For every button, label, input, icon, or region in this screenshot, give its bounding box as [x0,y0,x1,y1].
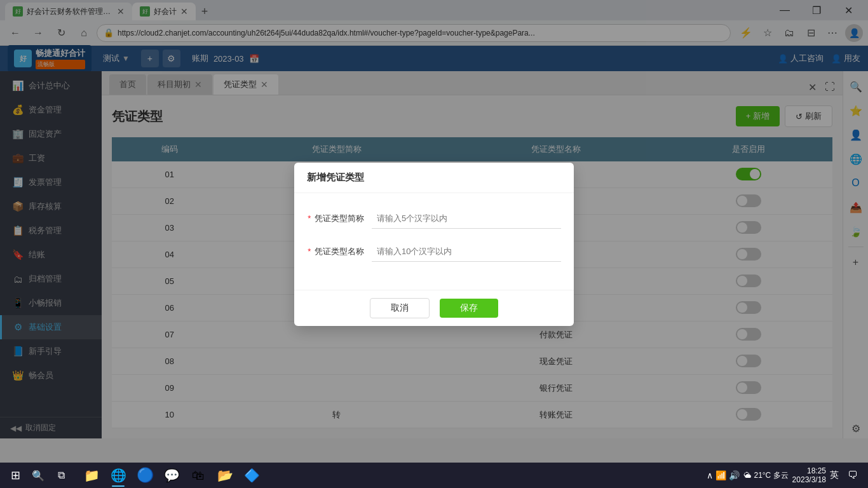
taskbar-search-button[interactable]: 🔍 [28,465,48,485]
form-row-short: * 凭证类型简称 [307,208,561,229]
required-star: * [308,214,311,223]
modal-body: * 凭证类型简称 * 凭证类型名称 [294,193,574,290]
taskbar-network-icon[interactable]: 📶 [715,470,726,480]
taskbar-app-edge[interactable]: 🌐 [105,463,131,488]
notification-button[interactable]: 🗨 [843,465,863,485]
short-label: * 凭证类型简称 [307,213,364,224]
taskbar-app-store[interactable]: 🛍 [186,463,211,488]
weather-icon: 🌥 [743,471,751,480]
taskbar-app-chrome[interactable]: 🔵 [132,463,158,488]
taskbar-app-files[interactable]: 📂 [212,463,238,488]
taskbar-volume-icon[interactable]: 🔊 [729,470,740,480]
weather-text: 21°C 多云 [754,470,788,481]
cancel-button[interactable]: 取消 [370,298,430,318]
modal-header: 新增凭证类型 [294,163,574,193]
name-label: * 凭证类型名称 [307,246,364,257]
modal-overlay: 新增凭证类型 * 凭证类型简称 * 凭证类型名称 取消 保存 [0,0,868,488]
new-voucher-type-modal: 新增凭证类型 * 凭证类型简称 * 凭证类型名称 取消 保存 [294,163,574,326]
taskbar-time[interactable]: 18:25 2023/3/18 [792,466,826,484]
date-value: 2023/3/18 [792,475,826,484]
short-input[interactable] [372,208,561,229]
modal-footer: 取消 保存 [294,290,574,326]
name-input[interactable] [372,241,561,262]
time-value: 18:25 [807,466,826,475]
taskbar-right: ∧ 📶 🔊 🌥 21°C 多云 18:25 2023/3/18 英 🗨 [707,465,863,485]
start-button[interactable]: ⊞ [5,465,25,485]
form-row-name: * 凭证类型名称 [307,241,561,262]
required-star-2: * [308,247,311,256]
task-view-button[interactable]: ⧉ [51,465,71,485]
save-button[interactable]: 保存 [440,299,498,318]
taskbar-app-wechat[interactable]: 💬 [159,463,184,488]
taskbar-app-edge2[interactable]: 🔷 [239,463,264,488]
modal-title: 新增凭证类型 [307,172,364,184]
taskbar-app-explorer[interactable]: 📁 [79,463,104,488]
taskbar-weather: 🌥 21°C 多云 [743,470,788,481]
taskbar-lang[interactable]: 英 [830,470,839,481]
taskbar: ⊞ 🔍 ⧉ 📁 🌐 🔵 💬 🛍 📂 🔷 ∧ 📶 🔊 🌥 21°C 多云 18:2… [0,463,868,488]
taskbar-apps: 📁 🌐 🔵 💬 🛍 📂 🔷 [79,463,264,488]
taskbar-sys-icons: ∧ 📶 🔊 [707,470,740,480]
taskbar-up-icon[interactable]: ∧ [707,470,713,480]
